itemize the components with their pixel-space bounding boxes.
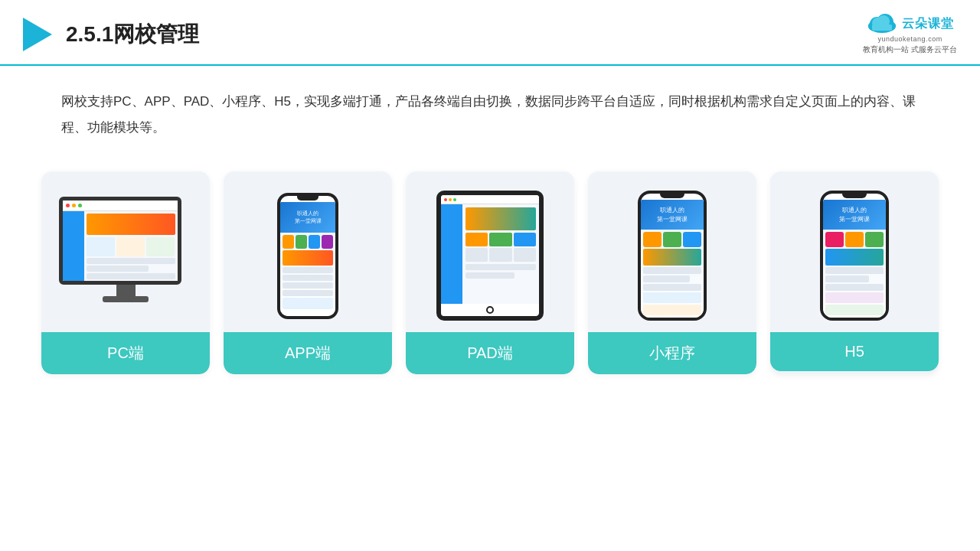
card-h5-image: 职通人的第一堂网课 <box>770 171 939 332</box>
logo-sub: yunduoketang.com <box>878 35 942 43</box>
svg-rect-6 <box>872 24 892 31</box>
card-pad-image <box>406 171 574 332</box>
card-pad-label: PAD端 <box>406 332 574 374</box>
logo-area: 云朵课堂 yunduoketang.com 教育机构一站 式服务云平台 <box>863 14 957 55</box>
cloud-icon <box>867 14 897 34</box>
card-miniprogram: 职通人的第一堂网课 <box>588 171 756 374</box>
logo-cloud: 云朵课堂 <box>867 14 954 34</box>
card-h5-label: H5 <box>770 332 939 371</box>
header-left: 2.5.1网校管理 <box>23 18 199 51</box>
phone-illustration: 职通人的第一堂网课 <box>277 193 338 319</box>
body-text: 网校支持PC、APP、PAD、小程序、H5，实现多端打通，产品各终端自由切换，数… <box>0 66 980 141</box>
mini-phone-illustration-2: 职通人的第一堂网课 <box>820 191 889 321</box>
card-miniprogram-label: 小程序 <box>588 332 756 374</box>
card-app: 职通人的第一堂网课 <box>224 171 392 374</box>
card-miniprogram-image: 职通人的第一堂网课 <box>588 171 756 332</box>
logo-slogan: 教育机构一站 式服务云平台 <box>863 44 957 55</box>
page-title: 2.5.1网校管理 <box>66 20 199 49</box>
tablet-illustration <box>436 191 544 321</box>
card-pc-label: PC端 <box>41 332 210 374</box>
card-pad: PAD端 <box>406 171 574 374</box>
play-icon <box>23 18 52 51</box>
pc-monitor-illustration <box>59 197 193 315</box>
mini-phone-illustration-1: 职通人的第一堂网课 <box>638 191 707 321</box>
logo-text: 云朵课堂 <box>902 16 954 32</box>
header: 2.5.1网校管理 云朵课堂 yunduoketang.com 教育机构一站 式… <box>0 0 980 66</box>
cards-area: PC端 职通人的第一堂网课 <box>0 148 980 374</box>
card-pc-image <box>41 171 210 332</box>
card-app-image: 职通人的第一堂网课 <box>224 171 392 332</box>
card-app-label: APP端 <box>224 332 392 374</box>
card-pc: PC端 <box>41 171 210 374</box>
card-h5: 职通人的第一堂网课 <box>770 171 939 374</box>
